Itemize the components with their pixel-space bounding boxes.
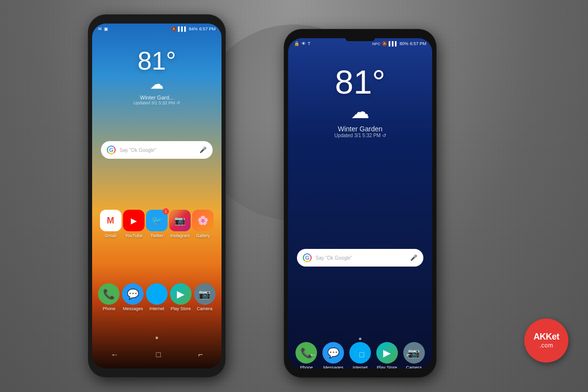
instagram-icon: 📷: [169, 210, 191, 231]
t-icon: T: [308, 41, 311, 46]
twitter-badge: 1: [163, 208, 169, 215]
back-button-left[interactable]: ←: [111, 350, 119, 359]
app-gallery[interactable]: 🌸 Gallery: [192, 210, 214, 238]
gallery-label: Gallery: [196, 233, 210, 238]
mic-icon-left: 🎤: [199, 147, 207, 153]
gmail-icon: M: [100, 210, 122, 231]
home-dot-right: [359, 338, 362, 340]
recents-button-right[interactable]: ⌐: [406, 350, 411, 359]
status-left-icons-right: 🔒 👁 T: [294, 41, 311, 46]
dock-playstore-left[interactable]: ▶ Play Store: [170, 283, 192, 311]
temp-right: 81°: [306, 65, 414, 98]
home-dot-left: [156, 337, 158, 339]
dock-phone-left[interactable]: 📞 Phone: [98, 283, 120, 311]
gmail-label: Gmail: [105, 233, 117, 238]
playstore-dock-icon-left: ▶: [170, 283, 192, 305]
app-youtube[interactable]: ▶ YouTube: [123, 210, 145, 238]
battery-text: 84%: [189, 26, 197, 31]
signal-icon-right: ▌▌▌: [389, 41, 398, 46]
home-button-right[interactable]: □: [359, 350, 364, 359]
lock-icon: 🔒: [294, 41, 299, 46]
city-right: Winter Garden: [306, 125, 414, 133]
phone-dock-label-left: Phone: [102, 306, 115, 311]
app-instagram[interactable]: 📷 Instagram: [169, 210, 191, 238]
screen-right: 🔒 👁 T NFC 🔕 ▌▌▌ 80% 6:57 PM 81° ☁ Winter…: [288, 38, 432, 368]
updated-right: Updated 3/1 5:32 PM ↺: [306, 133, 414, 138]
phone-dock-label-right: Phone: [300, 365, 313, 368]
status-left-icons: ✉ ▣: [98, 26, 108, 31]
city-left: Winter Gard...: [113, 95, 201, 100]
google-logo-left: G: [107, 146, 116, 154]
status-right-info: 🔕 ▌▌▌ 84% 6:57 PM: [171, 26, 216, 31]
time-text-right: 6:57 PM: [410, 41, 426, 46]
internet-dock-icon-left: 🌐: [146, 283, 168, 305]
dock-camera-left[interactable]: 📷 Camera: [194, 283, 216, 311]
google-logo-right: G: [303, 253, 312, 262]
dock-left: 📞 Phone 💬 Messages 🌐 Internet ▶: [92, 283, 221, 311]
playstore-dock-label-right: Play Store: [377, 365, 397, 368]
internet-dock-label-left: Internet: [149, 306, 165, 311]
cloud-icon-left: ☁: [113, 76, 201, 92]
akket-text: AKKet: [534, 332, 560, 342]
nfc-icon: NFC: [372, 42, 380, 46]
phone-dock-icon-left: 📞: [98, 283, 120, 305]
app-twitter[interactable]: 🐦 1 Twitter: [146, 210, 168, 238]
search-bar-left[interactable]: G Say "Ok Google" 🎤: [101, 141, 213, 159]
search-placeholder-right: Say "Ok Google": [316, 255, 406, 261]
mic-icon-right: 🎤: [410, 254, 417, 261]
eye-icon: 👁: [301, 41, 306, 46]
nav-bar-right: ← □ ⌐: [288, 345, 432, 365]
akket-watermark: AKKet .com: [524, 318, 568, 363]
app-gmail[interactable]: M Gmail: [100, 210, 122, 238]
messages-dock-label-right: Messages: [323, 365, 343, 368]
twitter-icon: 🐦 1: [146, 210, 168, 231]
youtube-label: YouTube: [125, 233, 142, 238]
search-bar-right[interactable]: G Say "Ok Google" 🎤: [297, 249, 423, 267]
gallery-icon: 🌸: [192, 210, 214, 231]
internet-dock-label-right: Internet: [353, 365, 368, 368]
nav-bar-left: ← □ ⌐: [92, 345, 221, 365]
youtube-icon: ▶: [123, 210, 145, 231]
dock-messages-left[interactable]: 💬 Messages: [122, 283, 144, 311]
status-bar-left: ✉ ▣ 🔕 ▌▌▌ 84% 6:57 PM: [92, 24, 221, 34]
updated-left: Updated 3/1 5:32 PM ↺: [113, 100, 201, 105]
home-button-left[interactable]: □: [156, 350, 161, 359]
battery-text-right: 80%: [399, 41, 408, 46]
recents-button-left[interactable]: ⌐: [198, 350, 202, 359]
dock-internet-left[interactable]: 🌐 Internet: [146, 283, 168, 311]
status-right-info-right: NFC 🔕 ▌▌▌ 80% 6:57 PM: [372, 41, 426, 46]
mute-icon-right: 🔕: [382, 41, 387, 46]
envelope-icon: ✉: [98, 26, 102, 31]
camera-dock-label-left: Camera: [197, 306, 213, 311]
weather-widget-right: 81° ☁ Winter Garden Updated 3/1 5:32 PM …: [306, 65, 414, 138]
time-text: 6:57 PM: [199, 26, 216, 31]
akket-domain: .com: [539, 342, 553, 349]
notch-right: [345, 38, 375, 41]
messages-dock-icon-left: 💬: [122, 283, 144, 305]
mute-icon: 🔕: [171, 26, 176, 31]
signal-icon: ▌▌▌: [178, 26, 187, 31]
instagram-label: Instagram: [170, 233, 190, 238]
temp-left: 81°: [113, 48, 201, 74]
twitter-label: Twitter: [150, 233, 164, 238]
screen-left: ✉ ▣ 🔕 ▌▌▌ 84% 6:57 PM 81° ☁ Winter Gard.…: [92, 24, 221, 368]
weather-widget-left: 81° ☁ Winter Gard... Updated 3/1 5:32 PM…: [113, 48, 201, 105]
playstore-dock-label-left: Play Store: [171, 306, 191, 311]
camera-dock-label-right: Camera: [406, 365, 422, 368]
phone-right: 🔒 👁 T NFC 🔕 ▌▌▌ 80% 6:57 PM 81° ☁ Winter…: [284, 29, 436, 377]
search-placeholder-left: Say "Ok Google": [120, 147, 196, 153]
cloud-icon-right: ☁: [306, 101, 414, 122]
messages-dock-label-left: Messages: [123, 306, 143, 311]
back-button-right[interactable]: ←: [309, 350, 317, 359]
camera-status-icon: ▣: [104, 26, 108, 31]
phone-left: ✉ ▣ 🔕 ▌▌▌ 84% 6:57 PM 81° ☁ Winter Gard.…: [88, 15, 225, 377]
camera-dock-icon-left: 📷: [194, 283, 216, 305]
apps-row-left: M Gmail ▶ YouTube 🐦 1 Twitter 📷: [92, 210, 221, 238]
